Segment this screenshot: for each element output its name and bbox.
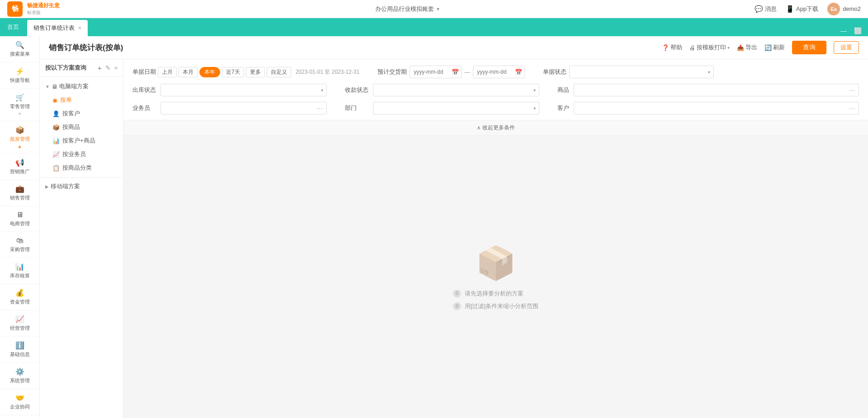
sidebar-item-basic[interactable]: ℹ️ 基础信息 <box>0 337 39 363</box>
tab-minimize-button[interactable]: — <box>838 25 849 36</box>
collab-icon: 🤝 <box>15 394 24 402</box>
collapse-filters-button[interactable]: ∧ 收起更多条件 <box>123 120 868 135</box>
tab-close-icon[interactable]: × <box>78 25 81 31</box>
tree-item-by-order[interactable]: ◉ 按单 <box>40 93 123 107</box>
edit-scheme-icon[interactable]: ✎ <box>105 64 111 72</box>
help-button[interactable]: ❓ 帮助 <box>662 43 682 52</box>
sidebar-item-ecommerce[interactable]: 🖥 电商管理 <box>0 206 39 232</box>
basic-icon: ℹ️ <box>15 341 24 350</box>
refresh-button[interactable]: 🔄 刷新 <box>764 43 785 52</box>
message-button[interactable]: 💬 消息 <box>755 5 777 13</box>
workspace-name: 办公用品行业模拟账套 <box>375 5 434 13</box>
customer-dots-icon[interactable]: ··· <box>849 104 855 112</box>
salesman-input[interactable] <box>160 102 327 114</box>
tree-item-by-goods-cat[interactable]: 📋 按商品分类 <box>40 161 123 175</box>
customer-input[interactable] <box>574 102 859 114</box>
inventory-icon: 📊 <box>15 262 24 271</box>
sidebar-item-inventory[interactable]: 📊 库存核算 <box>0 258 39 284</box>
print-button[interactable]: 🖨 按模板打印 ▾ <box>689 43 730 52</box>
sidebar-item-sales[interactable]: 💼 销售管理 <box>0 180 39 206</box>
dept-label: 部门 <box>345 104 370 112</box>
tree-item-by-salesman[interactable]: 📈 按业务员 <box>40 147 123 161</box>
sidebar-item-search[interactable]: 🔍 搜索菜单 <box>0 36 39 62</box>
cust-goods-tree-icon: 📊 <box>52 138 60 144</box>
tree-item-by-customer[interactable]: 👤 按客户 <box>40 107 123 120</box>
goods-label: 商品 <box>557 86 571 94</box>
salesman-dots-icon[interactable]: ··· <box>316 104 323 112</box>
date-label: 单据日期 <box>132 68 158 76</box>
sidebar-item-purchase[interactable]: 🛍 采购管理 <box>0 232 39 258</box>
this-year-btn[interactable]: 本年 <box>199 67 220 77</box>
tab-maximize-button[interactable]: ⬜ <box>851 25 864 36</box>
ecommerce-icon: 🖥 <box>16 211 24 219</box>
sidebar-item-system[interactable]: ⚙️ 系统管理 <box>0 363 39 389</box>
date-range-display: 2023-01-01 至 2023-12-31 <box>296 68 359 76</box>
this-month-btn[interactable]: 本月 <box>179 67 198 77</box>
radio-active-icon: ◉ <box>52 97 57 104</box>
salesman-label: 业务员 <box>132 104 158 112</box>
export-icon: 📤 <box>737 44 744 51</box>
settings-button[interactable]: 设置 <box>834 41 859 54</box>
sidebar-item-wholesale[interactable]: 📦 批发管理 ▲ <box>0 121 39 154</box>
sales-icon: 💼 <box>15 185 24 193</box>
collapse-panel-icon[interactable]: « <box>114 64 118 72</box>
finance-icon: 💰 <box>15 289 24 297</box>
salesman-tree-icon: 📈 <box>52 151 60 158</box>
page-title: 销售订单统计表(按单) <box>49 43 123 53</box>
customer-tree-icon: 👤 <box>52 110 60 117</box>
add-scheme-icon[interactable]: + <box>98 64 102 72</box>
sidebar-item-quicknav[interactable]: ⚡ 快捷导航 <box>0 62 39 89</box>
status-label: 单据状态 <box>543 68 566 76</box>
goods-dots-icon[interactable]: ··· <box>849 86 855 94</box>
payment-status-label: 收款状态 <box>345 86 370 94</box>
message-icon: 💬 <box>755 5 763 13</box>
custom-btn[interactable]: 自定义 <box>267 67 291 77</box>
more-btn[interactable]: 更多 <box>246 67 265 77</box>
download-icon: 📱 <box>786 5 794 13</box>
sidebar-item-newbie[interactable]: 🌟 新手引导 <box>0 415 39 418</box>
date-sep: — <box>464 69 470 76</box>
tab-home[interactable]: 首页 <box>0 18 26 36</box>
mobile-section-header[interactable]: ▶ 移动端方案 <box>40 180 123 193</box>
sidebar-item-finance[interactable]: 💰 资金管理 <box>0 284 39 310</box>
sidebar-item-operations[interactable]: 📈 经营管理 <box>0 310 39 337</box>
sidebar-item-retail[interactable]: 🛒 零售管理 ▾ <box>0 89 39 121</box>
goods-input[interactable] <box>574 84 859 96</box>
tree-item-by-goods[interactable]: 📦 按商品 <box>40 120 123 134</box>
app-download-button[interactable]: 📱 App下载 <box>786 5 818 13</box>
quicknav-icon: ⚡ <box>15 67 24 76</box>
left-panel-title: 按以下方案查询 <box>45 64 86 72</box>
print-arrow-icon: ▾ <box>727 45 730 50</box>
cal-from-icon[interactable]: 📅 <box>452 69 459 76</box>
computer-icon: 🖥 <box>52 83 57 90</box>
delivery-status-label: 出库状态 <box>132 86 158 94</box>
collapse-icon: ∧ <box>477 125 481 131</box>
user-avatar[interactable]: Ea demo2 <box>827 3 861 15</box>
tree-arrow-down-icon: ▼ <box>45 84 50 89</box>
export-button[interactable]: 📤 导出 <box>737 43 757 52</box>
logo-text: 畅捷通好生意 标准版 <box>27 2 60 15</box>
logo-icon: 畅 <box>7 1 23 17</box>
print-icon: 🖨 <box>689 44 695 51</box>
payment-status-select[interactable] <box>373 84 539 96</box>
empty-tip-2: ② 用[过滤]条件来缩小分析范围 <box>453 302 538 310</box>
sidebar-item-marketing[interactable]: 📢 营销推广 <box>0 154 39 180</box>
status-select[interactable] <box>569 66 714 78</box>
workspace-arrow-icon[interactable]: ▾ <box>437 6 439 12</box>
empty-tip-1: ① 请先选择要分析的方案 <box>453 290 538 298</box>
dept-select[interactable] <box>373 102 539 114</box>
cal-to-icon[interactable]: 📅 <box>515 69 522 76</box>
goods-tree-icon: 📦 <box>52 124 60 131</box>
search-icon: 🔍 <box>15 41 24 49</box>
sidebar-item-collab[interactable]: 🤝 企业协同 <box>0 389 39 415</box>
pc-section-header[interactable]: ▼ 🖥 电脑端方案 <box>40 80 123 93</box>
tree-item-by-cust-goods[interactable]: 📊 按客户+商品 <box>40 134 123 147</box>
help-icon: ❓ <box>662 44 669 51</box>
last-month-btn[interactable]: 上月 <box>158 67 177 77</box>
empty-illustration: 📦 <box>476 244 516 282</box>
tab-sales-order[interactable]: 销售订单统计表 × <box>27 20 88 36</box>
query-button[interactable]: 查询 <box>792 41 826 54</box>
refresh-icon: 🔄 <box>764 44 772 51</box>
last7days-btn[interactable]: 近7天 <box>222 67 244 77</box>
delivery-status-select[interactable] <box>160 84 327 96</box>
